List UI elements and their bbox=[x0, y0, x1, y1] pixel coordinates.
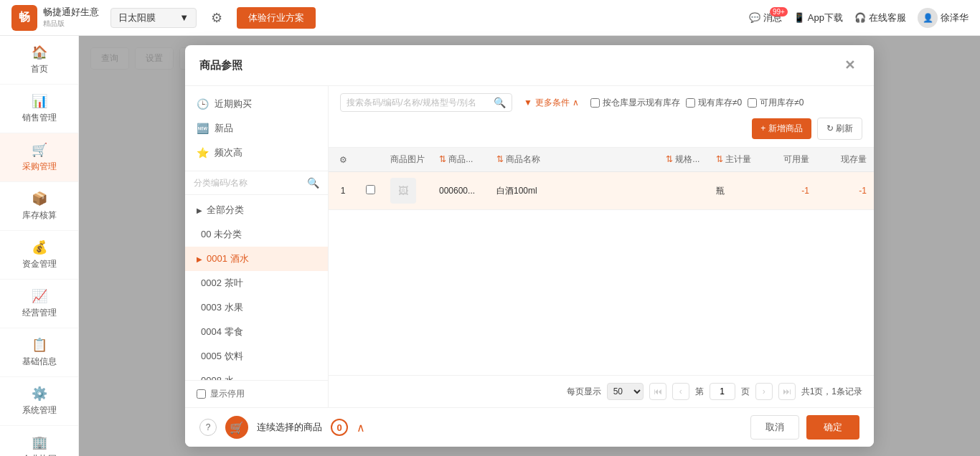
base-icon: 📋 bbox=[32, 337, 47, 353]
right-toolbar: 🔍 ▼ 更多条件 ∧ 按仓库显示现有库存 bbox=[329, 86, 874, 148]
cell-num: 1 bbox=[329, 172, 357, 210]
cancel-button[interactable]: 取消 bbox=[750, 415, 799, 440]
filter-more-button[interactable]: ▼ 更多条件 ∧ bbox=[518, 94, 585, 112]
page-prev-button[interactable]: ‹ bbox=[672, 383, 689, 400]
page-next-button[interactable]: › bbox=[755, 383, 773, 400]
sidebar-item-inventory[interactable]: 📦 库存核算 bbox=[0, 182, 78, 231]
product-search-box: 🔍 bbox=[340, 93, 512, 112]
sidebar-label-sales: 销售管理 bbox=[22, 112, 57, 124]
page-label-2: 页 bbox=[741, 386, 750, 398]
product-table: ⚙ 商品图片 ⇅ 商品... bbox=[329, 148, 874, 210]
row-checkbox[interactable] bbox=[366, 185, 375, 194]
left-panel: 🕒 近期购买 🆕 新品 ⭐ 频次高 bbox=[185, 86, 329, 407]
sidebar-item-purchase[interactable]: 🛒 采购管理 bbox=[0, 133, 78, 182]
sidebar-item-finance[interactable]: 💰 资金管理 bbox=[0, 231, 78, 280]
sidebar-item-base[interactable]: 📋 基础信息 bbox=[0, 328, 78, 377]
page-input[interactable] bbox=[710, 383, 735, 400]
sidebar-item-operation[interactable]: 📈 经营管理 bbox=[0, 280, 78, 328]
show-disabled-toggle[interactable]: 显示停用 bbox=[185, 380, 328, 407]
footer-left: ? 🛒 连续选择的商品 0 ∧ bbox=[199, 416, 365, 439]
new-icon: 🆕 bbox=[197, 123, 209, 134]
footer-right: 取消 确定 bbox=[750, 415, 859, 440]
category-list: ▶ 全部分类 00 未分类 ▶ 0001 酒水 bbox=[185, 195, 328, 380]
page-last-button[interactable]: ⏭ bbox=[778, 383, 796, 400]
enterprise-icon: 🏢 bbox=[32, 434, 47, 450]
add-product-button[interactable]: + 新增商品 bbox=[752, 118, 811, 139]
page-first-button[interactable]: ⏮ bbox=[649, 383, 666, 400]
tab-frequent[interactable]: ⭐ 频次高 bbox=[185, 141, 328, 165]
top-nav: 畅 畅捷通好生意 精品版 日太阳膜 ▼ ⚙ 体验行业方案 💬 消息 99+ 📱 … bbox=[0, 0, 980, 36]
show-disabled-checkbox[interactable] bbox=[197, 389, 206, 399]
th-spec[interactable]: ⇅ 规格... bbox=[659, 148, 709, 172]
inventory-icon: 📦 bbox=[32, 191, 47, 206]
experience-button[interactable]: 体验行业方案 bbox=[237, 7, 316, 29]
nav-app-download[interactable]: 📱 App下载 bbox=[793, 11, 843, 24]
category-search-input[interactable] bbox=[194, 178, 303, 188]
settings-icon[interactable]: ⚙ bbox=[205, 6, 228, 29]
dialog-title: 商品参照 bbox=[199, 59, 242, 72]
left-panel-tabs: 🕒 近期购买 🆕 新品 ⭐ 频次高 bbox=[185, 86, 328, 171]
right-panel: 🔍 ▼ 更多条件 ∧ 按仓库显示现有库存 bbox=[329, 86, 874, 407]
th-unit[interactable]: ⇅ 主计量 bbox=[709, 148, 759, 172]
content-area: 查询 设置 刷新 商品参照 ✕ 🕒 bbox=[79, 36, 980, 456]
tab-recent-purchase[interactable]: 🕒 近期购买 bbox=[185, 92, 328, 116]
page-size-select[interactable]: 10 20 50 100 bbox=[607, 383, 644, 400]
category-search-area: 🔍 bbox=[185, 171, 328, 195]
confirm-button[interactable]: 确定 bbox=[806, 415, 859, 440]
checkbox-existing-stock: 现有库存≠0 bbox=[686, 97, 742, 109]
category-item-0005[interactable]: 0005 饮料 bbox=[185, 344, 328, 369]
filter-arrow-icon: ∧ bbox=[573, 98, 579, 108]
check-existing-stock[interactable] bbox=[686, 98, 695, 108]
category-item-all[interactable]: ▶ 全部分类 bbox=[185, 198, 328, 222]
logo-subtitle: 精品版 bbox=[43, 19, 99, 29]
logo-area: 畅 畅捷通好生意 精品版 bbox=[11, 5, 99, 31]
nav-selector[interactable]: 日太阳膜 ▼ bbox=[110, 8, 197, 28]
sidebar-label-system: 系统管理 bbox=[22, 404, 57, 417]
th-name[interactable]: ⇅ 商品名称 bbox=[489, 148, 659, 172]
sidebar-item-sales[interactable]: 📊 销售管理 bbox=[0, 85, 78, 133]
product-search-input[interactable] bbox=[347, 98, 494, 108]
check-show-stock[interactable] bbox=[590, 98, 600, 108]
category-item-0008[interactable]: 0008 水 bbox=[185, 369, 328, 380]
sort-icon-unit: ⇅ bbox=[716, 154, 723, 164]
cart-icon[interactable]: 🛒 bbox=[225, 416, 248, 439]
dialog-close-button[interactable]: ✕ bbox=[839, 55, 859, 75]
sidebar-item-home[interactable]: 🏠 首页 bbox=[0, 36, 78, 85]
cell-check[interactable] bbox=[357, 172, 383, 210]
sidebar-label-inventory: 库存核算 bbox=[22, 209, 57, 222]
sidebar-item-system[interactable]: ⚙️ 系统管理 bbox=[0, 377, 78, 426]
arrow-icon-all: ▶ bbox=[197, 206, 202, 214]
filter-icon: ▼ bbox=[524, 98, 532, 108]
th-code[interactable]: ⇅ 商品... bbox=[432, 148, 489, 172]
sales-icon: 📊 bbox=[32, 93, 47, 109]
checkbox-usable-stock: 可用库存≠0 bbox=[748, 97, 804, 109]
product-reference-dialog: 商品参照 ✕ 🕒 近期购买 🆕 bbox=[185, 45, 874, 447]
headset-icon: 🎧 bbox=[854, 12, 866, 23]
collapse-arrow-icon[interactable]: ∧ bbox=[357, 421, 365, 434]
star-icon: ⭐ bbox=[197, 147, 209, 158]
pagination: 每页显示 10 20 50 100 ⏮ ‹ 第 页 bbox=[329, 375, 874, 407]
help-icon[interactable]: ? bbox=[199, 419, 217, 436]
tab-new-products[interactable]: 🆕 新品 bbox=[185, 116, 328, 141]
table-row[interactable]: 1 🖼 00 bbox=[329, 172, 874, 210]
category-search-icon[interactable]: 🔍 bbox=[307, 177, 319, 189]
category-item-0003[interactable]: 0003 水果 bbox=[185, 295, 328, 320]
avatar: 👤 bbox=[918, 8, 938, 28]
nav-messages[interactable]: 💬 消息 99+ bbox=[749, 11, 782, 24]
nav-online-service[interactable]: 🎧 在线客服 bbox=[854, 11, 906, 24]
product-search-icon[interactable]: 🔍 bbox=[494, 97, 506, 108]
cell-code: 000600... bbox=[432, 172, 489, 210]
cart-count: 0 bbox=[331, 419, 348, 436]
nav-user[interactable]: 👤 徐泽华 bbox=[918, 8, 969, 28]
th-settings[interactable]: ⚙ bbox=[329, 148, 357, 172]
sidebar-item-enterprise[interactable]: 🏢 企业协同 bbox=[0, 426, 78, 456]
sidebar-label-base: 基础信息 bbox=[22, 356, 57, 368]
nav-right: 💬 消息 99+ 📱 App下载 🎧 在线客服 👤 徐泽华 bbox=[749, 8, 969, 28]
category-item-0004[interactable]: 0004 零食 bbox=[185, 320, 328, 344]
refresh-button[interactable]: ↻ 刷新 bbox=[817, 118, 862, 140]
category-item-0001[interactable]: ▶ 0001 酒水 bbox=[185, 247, 328, 271]
category-item-0002[interactable]: 0002 茶叶 bbox=[185, 271, 328, 295]
category-item-00[interactable]: 00 未分类 bbox=[185, 222, 328, 247]
check-usable-stock[interactable] bbox=[748, 98, 757, 108]
footer-cart-info: 连续选择的商品 bbox=[257, 421, 322, 434]
